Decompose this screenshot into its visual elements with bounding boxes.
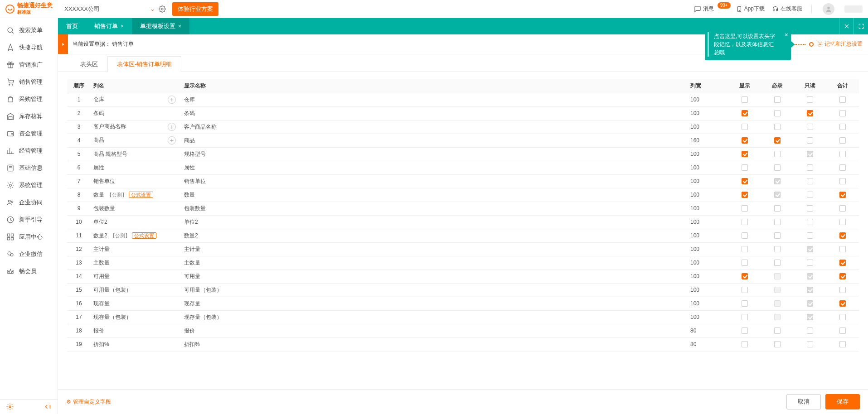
- checkbox[interactable]: [839, 260, 846, 266]
- checkbox[interactable]: [839, 246, 846, 252]
- checkbox[interactable]: [839, 232, 846, 239]
- sub-tab[interactable]: 表头区: [71, 56, 107, 72]
- nav-item-gear[interactable]: 系统管理: [0, 177, 58, 194]
- nav-item-apps[interactable]: 应用中心: [0, 228, 58, 246]
- trial-scheme-button[interactable]: 体验行业方案: [172, 2, 218, 16]
- checkbox[interactable]: [774, 219, 781, 225]
- cell-width[interactable]: 100: [688, 120, 728, 134]
- cell-width[interactable]: 100: [688, 147, 728, 161]
- nav-item-wallet[interactable]: 资金管理: [0, 125, 58, 142]
- checkbox[interactable]: [774, 164, 781, 171]
- checkbox[interactable]: [742, 137, 748, 144]
- cell-name[interactable]: 数量【公测】公式设置: [91, 188, 181, 202]
- nav-item-guide[interactable]: 新手引导: [0, 211, 58, 228]
- cell-name[interactable]: 可用量（包装）: [91, 283, 181, 297]
- tab-close-icon[interactable]: ×: [178, 23, 181, 29]
- cell-name[interactable]: 现存量（包装）: [91, 310, 181, 324]
- checkbox[interactable]: [774, 260, 781, 266]
- formula-settings-link[interactable]: 公式设置: [132, 232, 156, 239]
- checkbox[interactable]: [742, 232, 748, 239]
- checkbox[interactable]: [839, 137, 846, 144]
- cell-display[interactable]: 仓库: [181, 93, 688, 106]
- checkbox[interactable]: [742, 96, 748, 103]
- cell-display[interactable]: 数量2: [181, 229, 688, 242]
- cell-name[interactable]: 商品.规格型号: [91, 147, 181, 161]
- checkbox[interactable]: [742, 327, 748, 334]
- checkbox[interactable]: [742, 246, 748, 252]
- cell-display[interactable]: 现存量: [181, 297, 688, 310]
- cell-display[interactable]: 包装数量: [181, 202, 688, 215]
- add-icon[interactable]: +: [168, 96, 176, 104]
- checkbox[interactable]: [774, 110, 781, 116]
- checkbox[interactable]: [774, 96, 781, 103]
- cell-display[interactable]: 可用量: [181, 270, 688, 283]
- cell-name[interactable]: 数量2【公测】公式设置: [91, 229, 181, 242]
- tab-首页[interactable]: 首页: [58, 18, 86, 34]
- checkbox[interactable]: [807, 341, 813, 347]
- app-download-link[interactable]: App下载: [736, 5, 765, 13]
- cell-width[interactable]: 100: [688, 93, 728, 106]
- checkbox[interactable]: [839, 96, 846, 103]
- checkbox[interactable]: [742, 300, 748, 307]
- checkbox[interactable]: [839, 110, 846, 116]
- checkbox[interactable]: [774, 205, 781, 212]
- cancel-button[interactable]: 取消: [786, 394, 821, 409]
- checkbox[interactable]: [807, 232, 813, 239]
- checkbox[interactable]: [839, 314, 846, 320]
- cell-name[interactable]: 单位2: [91, 215, 181, 229]
- company-selector[interactable]: XXXXXX公司 ⌄: [64, 5, 155, 13]
- cell-name[interactable]: 商品+: [91, 134, 181, 147]
- cell-width[interactable]: 100: [688, 188, 728, 202]
- formula-settings-link[interactable]: 公式设置: [129, 192, 153, 198]
- nav-item-warehouse[interactable]: 库存核算: [0, 108, 58, 125]
- tab-close-icon[interactable]: ×: [121, 23, 124, 29]
- nav-item-book[interactable]: 基础信息: [0, 159, 58, 177]
- cell-name[interactable]: 客户商品名称+: [91, 120, 181, 134]
- cell-display[interactable]: 销售单位: [181, 174, 688, 188]
- checkbox[interactable]: [742, 273, 748, 279]
- checkbox[interactable]: [807, 260, 813, 266]
- sub-tab[interactable]: 表体区-销售订单明细: [107, 56, 181, 72]
- cell-display[interactable]: 规格型号: [181, 147, 688, 161]
- cell-width[interactable]: 100: [688, 270, 728, 283]
- cell-name[interactable]: 仓库+: [91, 93, 181, 106]
- checkbox[interactable]: [774, 137, 781, 144]
- nav-item-gift[interactable]: 营销推广: [0, 56, 58, 73]
- cell-width[interactable]: 100: [688, 229, 728, 242]
- cell-name[interactable]: 可用量: [91, 270, 181, 283]
- checkbox[interactable]: [839, 273, 846, 279]
- cell-width[interactable]: 100: [688, 310, 728, 324]
- checkbox[interactable]: [807, 124, 813, 130]
- checkbox[interactable]: [807, 205, 813, 212]
- cell-display[interactable]: 主计量: [181, 242, 688, 256]
- nav-item-vip[interactable]: 畅会员: [0, 263, 58, 280]
- checkbox[interactable]: [807, 219, 813, 225]
- checkbox[interactable]: [774, 232, 781, 239]
- checkbox[interactable]: [742, 205, 748, 212]
- checkbox[interactable]: [807, 96, 813, 103]
- checkbox[interactable]: [839, 219, 846, 225]
- settings-icon[interactable]: [6, 403, 14, 410]
- cell-width[interactable]: 100: [688, 242, 728, 256]
- cell-name[interactable]: 条码: [91, 106, 181, 120]
- user-avatar[interactable]: [823, 3, 834, 15]
- checkbox[interactable]: [774, 124, 781, 130]
- checkbox[interactable]: [774, 246, 781, 252]
- checkbox[interactable]: [839, 164, 846, 171]
- cell-width[interactable]: 100: [688, 174, 728, 188]
- add-icon[interactable]: +: [168, 123, 176, 131]
- cell-width[interactable]: 160: [688, 134, 728, 147]
- checkbox[interactable]: [839, 287, 846, 293]
- checkbox[interactable]: [742, 151, 748, 157]
- collapse-nav-icon[interactable]: [44, 403, 51, 410]
- cell-display[interactable]: 客户商品名称: [181, 120, 688, 134]
- cell-width[interactable]: 100: [688, 297, 728, 310]
- checkbox[interactable]: [839, 300, 846, 307]
- nav-item-compass[interactable]: 快捷导航: [0, 39, 58, 56]
- cell-display[interactable]: 数量: [181, 188, 688, 202]
- cell-width[interactable]: 80: [688, 337, 728, 351]
- online-service-link[interactable]: 在线客服: [772, 5, 802, 13]
- cell-name[interactable]: 报价: [91, 324, 181, 337]
- checkbox[interactable]: [839, 205, 846, 212]
- save-button[interactable]: 保存: [825, 394, 860, 409]
